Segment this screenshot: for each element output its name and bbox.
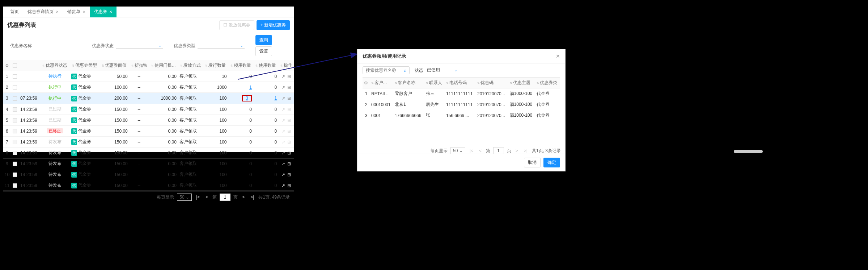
qrcode-icon[interactable]: ⊞	[287, 161, 291, 166]
column-header[interactable]: ⚙	[363, 78, 370, 88]
qrcode-icon[interactable]: ⊞	[287, 118, 291, 123]
sort-icon[interactable]: ⇅	[102, 64, 104, 67]
page-input[interactable]	[220, 194, 230, 201]
qrcode-icon[interactable]: ⊞	[287, 85, 291, 90]
table-row[interactable]: 1RETAIL...零散客户张三111111111112019120070...…	[363, 88, 560, 99]
table-row[interactable]: 307 23:59执行中代 代金券200.00--1000.00客户领取1003…	[3, 93, 294, 104]
table-row[interactable]: 200010001北京1唐先生111111111112019120070...满…	[363, 99, 560, 110]
gear-icon[interactable]: ⚙	[364, 80, 368, 86]
last-page-button[interactable]: >|	[522, 148, 529, 153]
sort-icon[interactable]: ⇅	[395, 82, 397, 85]
gear-icon[interactable]: ⚙	[5, 63, 9, 68]
qrcode-icon[interactable]: ⊞	[287, 140, 291, 145]
tab-home[interactable]: 首页	[6, 7, 23, 17]
received-count-link[interactable]: 3	[246, 96, 248, 101]
column-header[interactable]	[19, 60, 40, 71]
row-checkbox[interactable]	[13, 85, 17, 90]
sort-icon[interactable]: ⇅	[72, 64, 75, 67]
filter-type-select[interactable]: ⌄	[198, 43, 245, 49]
sort-icon[interactable]: ⇅	[371, 82, 374, 85]
used-count-link[interactable]: 1	[274, 96, 277, 101]
table-row[interactable]: 914 23:59待发布代 代金券150.00--0.00客户领取10000↗⊞	[3, 158, 294, 169]
query-button[interactable]: 查询	[255, 35, 272, 45]
share-icon[interactable]: ↗	[281, 85, 285, 90]
sort-icon[interactable]: ⇅	[205, 64, 208, 67]
cancel-button[interactable]: 取消	[524, 158, 541, 167]
share-icon[interactable]: ↗	[281, 118, 285, 123]
qrcode-icon[interactable]: ⊞	[287, 129, 291, 134]
qrcode-icon[interactable]: ⊞	[287, 96, 291, 101]
share-icon[interactable]: ↗	[281, 150, 285, 155]
tab-coupon[interactable]: 优惠券✕	[90, 7, 117, 17]
filter-name-input[interactable]	[34, 42, 81, 49]
qrcode-icon[interactable]: ⊞	[287, 107, 291, 112]
last-page-button[interactable]: >|	[249, 195, 255, 200]
sort-icon[interactable]: ⇅	[131, 64, 134, 67]
table-row[interactable]: 714 23:59待发布代 代金券150.00--0.00客户领取10000↗⊞	[3, 137, 294, 148]
share-icon[interactable]: ↗	[281, 129, 285, 134]
column-header[interactable]: ⇅优惠券状态	[40, 60, 69, 71]
close-icon[interactable]: ✕	[56, 10, 59, 14]
prev-page-button[interactable]: <	[204, 195, 209, 200]
modal-page-input[interactable]	[493, 147, 504, 154]
tab-sales-order[interactable]: 销货单✕	[63, 7, 90, 17]
prev-page-button[interactable]: <	[478, 148, 483, 153]
sort-icon[interactable]: ⇅	[446, 82, 449, 85]
qrcode-icon[interactable]: ⊞	[287, 172, 291, 177]
column-header[interactable]: ⇅优惠码	[476, 78, 508, 88]
settings-button[interactable]: 设置	[255, 46, 272, 56]
qrcode-icon[interactable]: ⊞	[287, 150, 291, 155]
column-header[interactable]: ⇅优惠主题	[508, 78, 535, 88]
add-coupon-button[interactable]: + 新增优惠券	[257, 20, 290, 30]
column-header[interactable]: ⇅优惠券类型	[70, 60, 99, 71]
sort-icon[interactable]: ⇅	[510, 82, 512, 85]
sort-icon[interactable]: ⇅	[537, 82, 539, 85]
sort-icon[interactable]: ⇅	[477, 82, 480, 85]
confirm-button[interactable]: 确定	[543, 158, 560, 167]
horizontal-scrollbar[interactable]	[734, 150, 763, 153]
received-count-link[interactable]: 1	[249, 85, 252, 90]
close-icon[interactable]: ✕	[109, 10, 112, 14]
table-row[interactable]: 3000117666666666张156 6666 ...2019120070.…	[363, 110, 560, 121]
next-page-button[interactable]: >	[241, 195, 246, 200]
column-header[interactable]: ⇅客户...	[370, 78, 393, 88]
sort-icon[interactable]: ⇅	[180, 64, 183, 67]
column-header[interactable]: ⇅使用数量	[253, 60, 278, 71]
sort-icon[interactable]: ⇅	[426, 82, 428, 85]
row-checkbox[interactable]	[13, 96, 17, 101]
sort-icon[interactable]: ⇅	[255, 64, 258, 67]
share-icon[interactable]: ↗	[281, 161, 285, 166]
modal-per-page-select[interactable]: 50 ⌄	[450, 147, 465, 154]
table-row[interactable]: 2执行中代 代金券100.00--0.00客户领取100010↗⊞	[3, 82, 294, 93]
table-row[interactable]: 1114 23:59待发布代 代金券150.00--0.00客户领取10000↗…	[3, 180, 294, 191]
table-row[interactable]: 1待执行代 代金券50.00--0.00客户领取1000↗⊞	[3, 71, 294, 82]
table-row[interactable]: 614 23:59已终止代 代金券150.00--0.00客户领取10000↗⊞	[3, 126, 294, 137]
column-header[interactable]: ⇅发行数量	[203, 60, 228, 71]
table-row[interactable]: 814 23:59待发布代 代金券150.00--0.00客户领取10000↗⊞	[3, 148, 294, 158]
column-header[interactable]	[11, 60, 19, 71]
sort-icon[interactable]: ⇅	[42, 64, 45, 67]
modal-status-select[interactable]: 已使用 ⌄	[425, 66, 475, 74]
first-page-button[interactable]: |<	[468, 148, 475, 153]
select-all-checkbox[interactable]	[13, 63, 17, 68]
column-header[interactable]: ⇅优惠券面值	[99, 60, 129, 71]
column-header[interactable]: ⇅操作	[278, 60, 294, 71]
tab-coupon-detail[interactable]: 优惠券详情页✕	[23, 7, 63, 17]
column-header[interactable]: ⇅使用门槛...	[149, 60, 178, 71]
share-icon[interactable]: ↗	[281, 74, 285, 79]
share-icon[interactable]: ↗	[281, 96, 285, 101]
column-header[interactable]: ⇅折扣%	[129, 60, 149, 71]
share-icon[interactable]: ↗	[281, 107, 285, 112]
sort-icon[interactable]: ⇅	[151, 64, 154, 67]
filter-status-select[interactable]: ⌄	[116, 43, 163, 49]
share-icon[interactable]: ↗	[281, 172, 285, 177]
table-row[interactable]: 414 23:59已过期代 代金券150.00--0.00客户领取10000↗⊞	[3, 104, 294, 115]
column-header[interactable]: ⇅优惠券类	[535, 78, 560, 88]
table-row[interactable]: 514 23:59已过期代 代金券150.00--0.00客户领取10000↗⊞	[3, 115, 294, 126]
qrcode-icon[interactable]: ⊞	[287, 183, 291, 188]
distribute-coupon-button[interactable]: ☐ 发放优惠券	[219, 20, 254, 30]
column-header[interactable]: ⇅领用数量	[228, 60, 253, 71]
close-icon[interactable]: ✕	[556, 53, 560, 59]
column-header[interactable]: ⚙	[3, 60, 11, 71]
sort-icon[interactable]: ⇅	[230, 64, 233, 67]
